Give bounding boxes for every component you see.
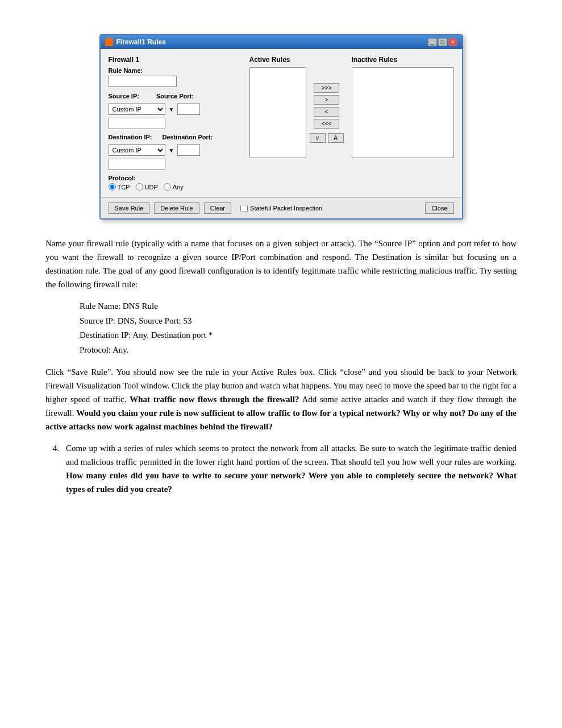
udp-label: UDP [145,184,158,191]
rule-line-4: Protocol: Any. [80,343,517,358]
dest-labels-row: Destination IP: Destination Port: [109,134,245,142]
rule-name-input[interactable] [109,76,177,87]
vu-buttons-row: v A [310,133,344,143]
dest-ip-dropdown[interactable]: Custom IP [109,144,165,156]
move-one-right-button[interactable]: > [314,95,339,105]
item-number-4: 4. [45,441,59,496]
active-rules-listbox[interactable] [249,67,306,158]
dialog-body: Firewall 1 Rule Name: Source IP: Source … [101,49,462,197]
rule-line-1: Rule Name: DNS Rule [80,299,517,314]
dest-custom-ip-input[interactable] [109,159,165,170]
dest-ip-section: Destination IP: Destination Port: Custom… [109,134,245,170]
rule-name-section: Rule Name: [109,67,245,87]
close-dialog-button[interactable]: Close [425,202,453,214]
source-ip-dropdown[interactable]: Custom IP [109,104,165,115]
dest-port-label: Destination Port: [163,134,213,140]
dialog-app-icon [105,38,113,46]
source-ip-label: Source IP: [109,93,139,100]
move-all-left-button[interactable]: <<< [314,119,339,129]
item4-bold: How many rules did you have to write to … [66,471,517,494]
paragraph-2: Click “Save Rule”. You should now see th… [45,365,517,433]
middle-inner: >>> > < <<< v A [249,67,347,158]
delete-rule-button[interactable]: Delete Rule [154,202,199,214]
spi-label-text: Stateful Packet Inspection [250,205,322,212]
left-column-header: Firewall 1 Rule Name: Source IP: Source … [109,56,245,191]
window-controls: _ □ ✕ [428,38,457,46]
active-rules-label: Active Rules [249,56,347,64]
tcp-radio[interactable] [109,183,116,191]
dialog-container: Firewall1 Rules _ □ ✕ Firewall 1 Rule Na… [45,34,517,220]
text-content: Name your firewall rule (typically with … [45,237,517,496]
minimize-button[interactable]: _ [428,38,437,46]
any-radio[interactable] [164,183,171,191]
right-column: Inactive Rules [352,56,454,191]
rule-block: Rule Name: DNS Rule Source IP: DNS, Sour… [80,299,517,357]
rule-line-2: Source IP: DNS, Source Port: 53 [80,314,517,329]
source-port-input[interactable] [177,104,200,115]
rule-name-label: Rule Name: [109,67,245,74]
window-close-button[interactable]: ✕ [448,38,457,46]
dialog-titlebar: Firewall1 Rules _ □ ✕ [101,35,462,49]
inactive-rules-listbox[interactable] [352,67,454,158]
tcp-label: TCP [118,184,130,191]
firewall-label: Firewall 1 [109,56,245,64]
dest-ip-row: Custom IP ▼ [109,144,245,156]
dest-ip-label: Destination IP: [109,134,152,140]
save-rule-button[interactable]: Save Rule [109,202,150,214]
column-headers: Firewall 1 Rule Name: Source IP: Source … [109,56,454,191]
move-down-button[interactable]: v [310,133,326,143]
list-item-4: 4. Come up with a series of rules which … [45,441,517,496]
item4-pre: Come up with a series of rules which see… [66,444,517,466]
source-ip-row: Custom IP ▼ [109,104,245,115]
any-label: Any [173,184,184,191]
dialog-title: Firewall1 Rules [116,38,166,46]
firewall-rules-dialog: Firewall1 Rules _ □ ✕ Firewall 1 Rule Na… [99,34,463,220]
protocol-section: Protocol: TCP UDP [109,175,245,191]
rule-line-3: Destination IP: Any, Destination port * [80,328,517,343]
udp-radio-item: UDP [136,183,158,191]
paragraph-2-bold2: Would you claim your rule is now suffici… [45,408,517,431]
dialog-footer: Save Rule Delete Rule Clear Stateful Pac… [101,197,462,218]
inactive-rules-label: Inactive Rules [352,56,454,64]
source-ip-section: Source IP: Source Port: Custom IP ▼ [109,93,245,129]
source-custom-ip-input[interactable] [109,118,165,129]
title-left: Firewall1 Rules [105,38,166,46]
middle-column: Active Rules >>> > < <<< v A [249,56,347,191]
dest-dropdown-arrow-icon: ▼ [169,147,174,154]
tcp-radio-item: TCP [109,183,130,191]
source-labels-row: Source IP: Source Port: [109,93,245,101]
maximize-button[interactable]: □ [438,38,447,46]
clear-button[interactable]: Clear [204,202,231,214]
spi-checkbox[interactable] [240,205,248,212]
dropdown-arrow-icon: ▼ [169,106,174,113]
spi-checkbox-label: Stateful Packet Inspection [240,205,322,212]
source-port-label: Source Port: [156,93,194,100]
protocol-label: Protocol: [109,175,245,181]
move-all-right-button[interactable]: >>> [314,83,339,93]
udp-radio[interactable] [136,183,143,191]
dest-port-input[interactable] [177,144,200,156]
move-up-button[interactable]: A [328,133,344,143]
item-content-4: Come up with a series of rules which see… [66,441,517,496]
any-radio-item: Any [164,183,184,191]
transfer-buttons-group: >>> > < <<< v A [306,67,347,158]
paragraph-1: Name your firewall rule (typically with … [45,237,517,291]
protocol-radio-row: TCP UDP Any [109,183,245,191]
move-one-left-button[interactable]: < [314,107,339,117]
paragraph-2-bold: What traffic now flows through the firew… [130,395,299,404]
